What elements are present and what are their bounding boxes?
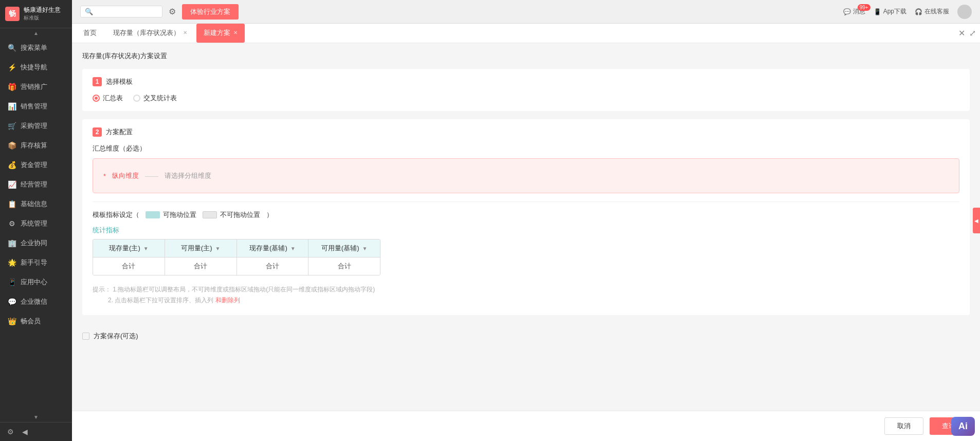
step1-header: 1 选择模板: [93, 77, 959, 86]
sidebar-item-marketing[interactable]: 🎁 营销推广: [0, 77, 72, 97]
stats-header-row: 现存量(主) ▼ 可用量(主) ▼ 现存量(基辅) ▼ 可用量(基辅) ▼: [93, 240, 380, 257]
tab-new-plan-label: 新建方案: [204, 28, 230, 38]
operations-icon: 📈: [7, 180, 16, 189]
tab-home[interactable]: 首页: [76, 24, 104, 43]
sidebar-item-operations[interactable]: 📈 经营管理: [0, 175, 72, 194]
sidebar-item-label-marketing: 营销推广: [21, 82, 47, 91]
stats-col-1-label: 现存量(主): [109, 244, 140, 253]
template-indicator-suffix: ）: [266, 210, 273, 219]
divider-1: [93, 201, 959, 202]
sidebar-item-label-enterprise: 企业协同: [21, 238, 47, 248]
tip-text-2: 2. 点击标题栏下拉可设置排序、插入列: [108, 297, 213, 304]
right-panel-toggle[interactable]: ◀: [973, 208, 980, 233]
stats-col-3-header[interactable]: 现存量(基辅) ▼: [237, 240, 309, 257]
sidebar-item-label-wx: 企业微信: [21, 297, 47, 306]
tab-inventory-close[interactable]: ✕: [183, 30, 187, 35]
user-avatar[interactable]: [957, 5, 972, 19]
new-guide-icon: 🌟: [7, 258, 16, 267]
sidebar-item-new-guide[interactable]: 🌟 新手引导: [0, 253, 72, 272]
search-box[interactable]: 🔍: [80, 6, 162, 17]
sidebar-item-label-member: 畅会员: [21, 317, 41, 326]
sidebar-scroll-down[interactable]: ▼: [0, 412, 72, 422]
dim-placeholder: 请选择分组维度: [165, 171, 211, 180]
stats-table: 现存量(主) ▼ 可用量(主) ▼ 现存量(基辅) ▼ 可用量(基辅) ▼: [93, 239, 380, 275]
footer-actions: 取消 查询: [72, 411, 980, 441]
sidebar-item-label-operations: 经营管理: [21, 180, 47, 189]
sidebar-item-enterprise-wx[interactable]: 💬 企业微信: [0, 292, 72, 311]
stats-body-col-1-val: 合计: [122, 262, 135, 271]
tab-inventory[interactable]: 现存量（库存状况表） ✕: [106, 24, 194, 43]
draggable-label: 可拖动位置: [163, 210, 196, 219]
sidebar-item-label-sales: 销售管理: [21, 102, 47, 111]
stats-col-2-header[interactable]: 可用量(主) ▼: [165, 240, 237, 257]
template-indicator-row: 模板指标设定（ 可拖动位置 不可拖动位置 ）: [93, 210, 959, 219]
sidebar-item-basic-info[interactable]: 📋 基础信息: [0, 194, 72, 214]
msg-badge: 99+: [858, 4, 870, 11]
stats-col-4-header[interactable]: 可用量(基辅) ▼: [308, 240, 380, 257]
tab-new-plan-close[interactable]: ✕: [233, 30, 238, 35]
stats-body-col-3: 合计: [237, 258, 309, 275]
sidebar-item-purchase[interactable]: 🛒 采购管理: [0, 116, 72, 136]
sidebar-item-sales[interactable]: 📊 销售管理: [0, 97, 72, 116]
inventory-icon: 📦: [7, 141, 16, 150]
stats-col-3-chevron[interactable]: ▼: [291, 246, 296, 251]
topbar-settings-icon[interactable]: ⚙: [169, 7, 176, 16]
sidebar-item-quick-nav[interactable]: ⚡ 快捷导航: [0, 58, 72, 77]
tab-close-icon[interactable]: ✕: [958, 28, 965, 38]
step2-title: 方案配置: [106, 127, 133, 137]
ai-badge[interactable]: Ai: [951, 417, 975, 436]
topbar-app-download[interactable]: 📱 App下载: [874, 7, 906, 16]
sidebar-item-inventory[interactable]: 📦 库存核算: [0, 136, 72, 155]
page-title: 现存量(库存状况表)方案设置: [82, 51, 970, 61]
tab-new-plan[interactable]: 新建方案 ✕: [196, 24, 245, 43]
non-draggable-legend-box: [203, 211, 217, 218]
topbar-msg[interactable]: 💬 消息 99+: [843, 7, 865, 16]
save-checkbox[interactable]: [82, 333, 89, 340]
radio-cross[interactable]: 交叉统计表: [133, 94, 177, 103]
stats-body-col-2-val: 合计: [194, 262, 207, 271]
tip-link-2[interactable]: 和删除列: [215, 297, 240, 304]
stats-body-col-3-val: 合计: [266, 262, 279, 271]
sidebar-item-label-search: 搜索菜单: [21, 43, 47, 52]
basic-info-icon: 📋: [7, 199, 16, 209]
radio-summary[interactable]: 汇总表: [93, 94, 123, 103]
tip-text-2-prefix: [93, 297, 106, 304]
stats-col-2-chevron[interactable]: ▼: [215, 246, 221, 251]
app-download-label: App下载: [883, 7, 906, 16]
sidebar-item-system[interactable]: ⚙ 系统管理: [0, 214, 72, 233]
stats-col-1-chevron[interactable]: ▼: [143, 246, 149, 251]
sidebar-item-label-basic: 基础信息: [21, 199, 47, 209]
sidebar-item-label-purchase: 采购管理: [21, 121, 47, 131]
sidebar: 畅 畅康通好生意 标准版 ▲ 🔍 搜索菜单 ⚡ 快捷导航 🎁 营销推广 📊 销售…: [0, 0, 72, 441]
settings-bottom-icon[interactable]: ⚙: [7, 428, 14, 436]
sidebar-item-label-quick: 快捷导航: [21, 63, 47, 72]
search-input[interactable]: [95, 8, 147, 15]
step2-header: 2 方案配置: [93, 127, 959, 137]
stats-col-1-header[interactable]: 现存量(主) ▼: [93, 240, 165, 257]
trial-btn[interactable]: 体验行业方案: [182, 4, 239, 20]
sidebar-item-finance[interactable]: 💰 资金管理: [0, 155, 72, 175]
app-version: 标准版: [24, 14, 61, 22]
sidebar-bottom: ⚙ ◀: [0, 422, 72, 441]
topbar-online-service[interactable]: 🎧 在线客服: [915, 7, 949, 16]
dim-required-marker: *: [103, 172, 106, 180]
stats-col-4-chevron[interactable]: ▼: [362, 246, 368, 251]
collapse-icon[interactable]: ◀: [22, 428, 28, 436]
sidebar-item-enterprise[interactable]: 🏢 企业协同: [0, 233, 72, 253]
main-area: 🔍 ⚙ 体验行业方案 💬 消息 99+ 📱 App下载 🎧 在线客服 首页: [72, 0, 980, 441]
sidebar-scroll-up[interactable]: ▲: [0, 28, 72, 38]
tab-home-label: 首页: [83, 28, 97, 38]
stats-body-col-2: 合计: [165, 258, 237, 275]
sidebar-item-app-center[interactable]: 📱 应用中心: [0, 272, 72, 292]
sidebar-item-member[interactable]: 👑 畅会员: [0, 311, 72, 331]
tab-expand-icon[interactable]: ⤢: [969, 28, 976, 38]
non-draggable-label: 不可拖动位置: [220, 210, 260, 219]
sidebar-logo: 畅 畅康通好生意 标准版: [0, 0, 72, 28]
stats-label: 统计指标: [93, 226, 959, 235]
sidebar-item-search[interactable]: 🔍 搜索菜单: [0, 38, 72, 58]
dim-pink-box[interactable]: * 纵向维度 —— 请选择分组维度: [93, 158, 959, 193]
cancel-button[interactable]: 取消: [884, 417, 923, 435]
tip-text-1: 1.拖动标题栏可以调整布局，不可跨维度或指标区域拖动(只能在同一维度或指标区域内…: [113, 286, 375, 293]
sidebar-item-label-inventory: 库存核算: [21, 141, 47, 150]
stats-body-row: 合计 合计 合计 合计: [93, 257, 380, 275]
